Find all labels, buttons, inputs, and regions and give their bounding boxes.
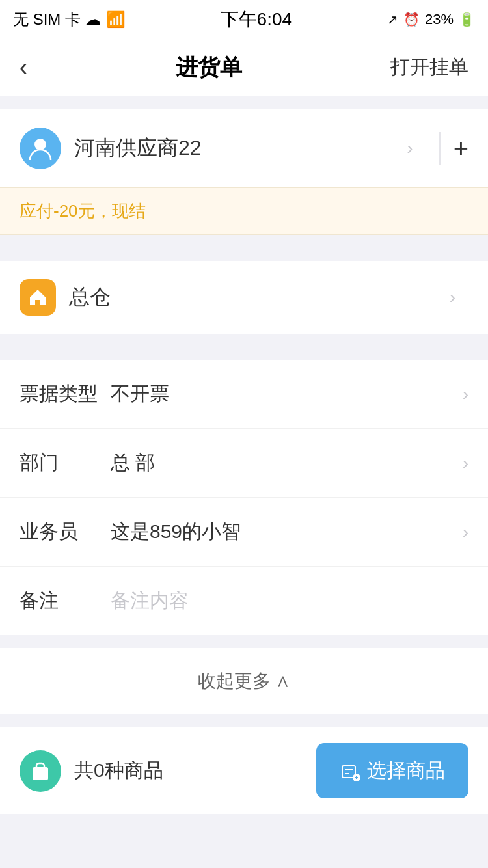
shopping-bag-icon: [29, 759, 52, 783]
section-gap-3: [0, 347, 488, 360]
remark-row[interactable]: 备注 备注内容: [0, 567, 488, 635]
product-icon-wrap: [20, 750, 61, 792]
collapse-row[interactable]: 收起更多 ∧: [0, 648, 488, 714]
salesperson-value: 这是859的小智: [111, 519, 463, 545]
select-product-button[interactable]: 选择商品: [316, 743, 468, 798]
sim-status: 无 SIM 卡 ☁: [13, 9, 101, 30]
notice-banner: 应付-20元，现结: [0, 187, 488, 235]
person-icon: [27, 135, 53, 161]
invoice-type-chevron-icon: ›: [463, 384, 468, 405]
supplier-divider: [439, 132, 441, 165]
warehouse-section: 总仓 ›: [0, 248, 488, 334]
bottom-bar: 共0种商品 选择商品: [0, 727, 488, 814]
nav-bar: ‹ 进货单 打开挂单: [0, 39, 488, 96]
supplier-avatar: [20, 128, 61, 169]
svg-point-0: [34, 139, 46, 150]
page-title: 进货单: [176, 53, 242, 83]
section-gap-2: [0, 248, 488, 261]
supplier-row[interactable]: 河南供应商22 › +: [0, 109, 488, 187]
warehouse-name: 总仓: [69, 283, 450, 312]
department-label: 部门: [20, 450, 111, 476]
invoice-type-label: 票据类型: [20, 381, 111, 407]
location-icon: ↗: [387, 12, 398, 27]
department-chevron-icon: ›: [463, 453, 468, 474]
status-right: ↗ ⏰ 23% 🔋: [387, 11, 475, 28]
alarm-icon: ⏰: [403, 12, 420, 27]
supplier-chevron-icon: ›: [407, 138, 413, 159]
open-pending-button[interactable]: 打开挂单: [390, 54, 468, 81]
supplier-section: 河南供应商22 › + 应付-20元，现结: [0, 109, 488, 235]
form-section: 票据类型 不开票 › 部门 总 部 › 业务员 这是859的小智 › 备注 备注…: [0, 347, 488, 635]
invoice-type-row[interactable]: 票据类型 不开票 ›: [0, 360, 488, 429]
remark-input[interactable]: 备注内容: [111, 588, 468, 614]
invoice-type-value: 不开票: [111, 381, 463, 407]
warehouse-icon-wrap: [20, 279, 56, 316]
battery-icon: 🔋: [459, 12, 475, 27]
wifi-icon: 📶: [106, 10, 126, 29]
add-supplier-button[interactable]: +: [454, 135, 468, 161]
collapse-label: 收起更多 ∧: [198, 669, 291, 694]
svg-rect-1: [33, 767, 48, 780]
remark-label: 备注: [20, 588, 111, 614]
battery-text: 23%: [425, 11, 454, 28]
department-value: 总 部: [111, 450, 463, 476]
house-icon: [27, 287, 48, 308]
warehouse-chevron-icon: ›: [450, 287, 455, 308]
warehouse-row[interactable]: 总仓 ›: [0, 261, 488, 334]
select-product-icon: [340, 761, 360, 781]
section-gap-1: [0, 96, 488, 109]
salesperson-row[interactable]: 业务员 这是859的小智 ›: [0, 498, 488, 567]
product-count: 共0种商品: [74, 757, 303, 784]
back-button[interactable]: ‹: [20, 54, 27, 81]
department-row[interactable]: 部门 总 部 ›: [0, 429, 488, 498]
status-bar: 无 SIM 卡 ☁ 📶 下午6:04 ↗ ⏰ 23% 🔋: [0, 0, 488, 39]
salesperson-chevron-icon: ›: [463, 522, 468, 543]
status-time: 下午6:04: [221, 7, 293, 32]
supplier-name: 河南供应商22: [74, 134, 407, 163]
salesperson-label: 业务员: [20, 519, 111, 545]
select-product-label: 选择商品: [367, 757, 445, 784]
status-left: 无 SIM 卡 ☁ 📶: [13, 9, 126, 30]
